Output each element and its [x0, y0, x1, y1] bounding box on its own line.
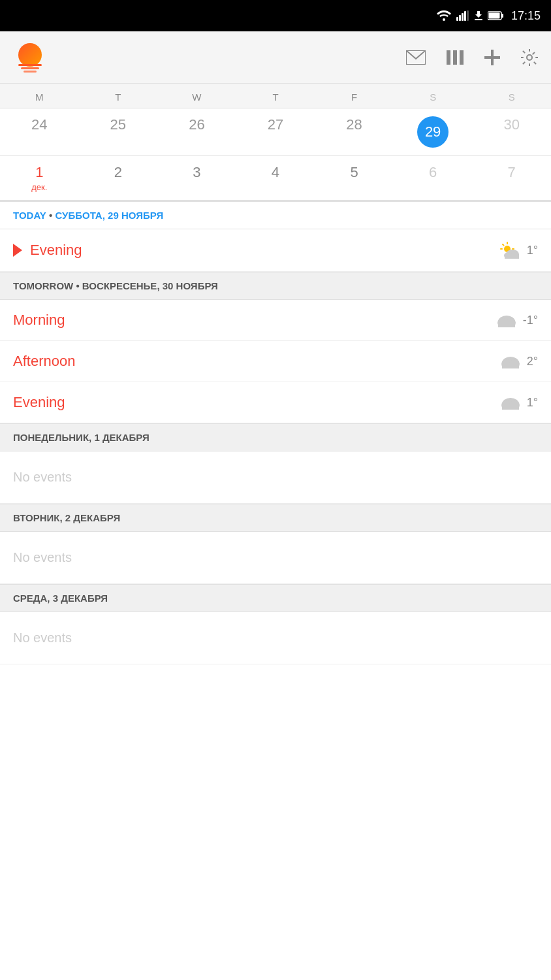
weekday-mon: M [0, 89, 79, 105]
tomorrow-evening-temp: 1° [527, 396, 538, 410]
svg-rect-5 [467, 10, 469, 21]
tomorrow-afternoon-weather: 2° [499, 353, 538, 369]
tomorrow-afternoon-temp: 2° [527, 355, 538, 368]
week-days-header: M T W T F S S [0, 84, 551, 108]
date-dec-6[interactable]: 6 [394, 164, 473, 192]
tuesday-label: ВТОРНИК, 2 ДЕКАБРЯ [13, 512, 120, 523]
svg-rect-43 [502, 404, 519, 410]
svg-point-20 [527, 55, 532, 60]
weekday-wed: W [157, 89, 236, 105]
svg-rect-16 [453, 50, 457, 65]
cloud-icon-evening [499, 395, 522, 410]
monday-header: ПОНЕДЕЛЬНИК, 1 ДЕКАБРЯ [0, 423, 551, 451]
weekday-tue: T [79, 89, 158, 105]
status-icons: 17:15 [437, 9, 541, 23]
svg-rect-6 [475, 19, 482, 20]
tomorrow-afternoon-event[interactable]: Afternoon 2° [0, 341, 551, 382]
date-30[interactable]: 30 [472, 116, 551, 148]
date-25[interactable]: 25 [79, 116, 158, 148]
status-bar: 17:15 [0, 0, 551, 31]
tomorrow-morning-temp: -1° [523, 314, 538, 327]
tomorrow-evening-name: Evening [13, 394, 499, 411]
date-dec-7[interactable]: 7 [472, 164, 551, 192]
partly-cloudy-icon [498, 241, 522, 259]
today-evening-event[interactable]: Evening 1° [0, 229, 551, 272]
svg-line-26 [503, 244, 504, 246]
mail-icon[interactable] [406, 50, 426, 65]
toolbar [0, 31, 551, 84]
download-icon [475, 11, 482, 20]
today-date: СУББОТА, 29 НОЯБРЯ [55, 210, 163, 221]
today-evening-weather: 1° [498, 241, 538, 259]
app-logo[interactable] [13, 41, 47, 74]
date-29-today[interactable]: 29 [394, 116, 473, 148]
date-dec-3[interactable]: 3 [157, 164, 236, 192]
svg-rect-31 [505, 254, 519, 259]
date-dec-1[interactable]: 1 дек. [0, 164, 79, 192]
wifi-icon [437, 10, 451, 21]
tomorrow-evening-event[interactable]: Evening 1° [0, 382, 551, 423]
date-dec-5[interactable]: 5 [315, 164, 394, 192]
date-dec-2[interactable]: 2 [79, 164, 158, 192]
toolbar-icons [406, 49, 538, 66]
svg-point-10 [18, 43, 42, 67]
svg-rect-15 [447, 50, 450, 65]
svg-rect-9 [488, 13, 499, 19]
settings-icon[interactable] [521, 49, 538, 66]
monday-label: ПОНЕДЕЛЬНИК, 1 ДЕКАБРЯ [13, 432, 150, 443]
svg-rect-35 [498, 321, 515, 327]
tuesday-header: ВТОРНИК, 2 ДЕКАБРЯ [0, 504, 551, 532]
week1-dates: 24 25 26 27 28 29 30 [0, 108, 551, 156]
svg-rect-1 [456, 17, 458, 21]
calendar-view-icon[interactable] [447, 50, 464, 65]
date-dec-4[interactable]: 4 [236, 164, 315, 192]
tomorrow-label: TOMORROW • ВОСКРЕСЕНЬЕ, 30 НОЯБРЯ [13, 280, 218, 291]
svg-rect-19 [484, 56, 500, 59]
week2-dates: 1 дек. 2 3 4 5 6 7 [0, 156, 551, 201]
today-evening-name: Evening [30, 242, 498, 259]
date-28[interactable]: 28 [315, 116, 394, 148]
weekday-fri: F [315, 89, 394, 105]
signal-icon [456, 10, 469, 21]
svg-rect-2 [459, 15, 461, 21]
tuesday-no-events: No events [0, 532, 551, 584]
svg-rect-39 [502, 363, 519, 368]
wednesday-header: СРЕДА, 3 ДЕКАБРЯ [0, 584, 551, 612]
weekday-sat: S [394, 89, 473, 105]
weekday-thu: T [236, 89, 315, 105]
battery-icon [488, 11, 503, 20]
tomorrow-morning-event[interactable]: Morning -1° [0, 300, 551, 341]
svg-rect-13 [24, 71, 37, 73]
status-time: 17:15 [511, 9, 541, 23]
svg-point-0 [443, 18, 445, 21]
add-icon[interactable] [484, 50, 500, 65]
svg-rect-4 [464, 11, 466, 21]
monday-no-events: No events [0, 451, 551, 504]
date-27[interactable]: 27 [236, 116, 315, 148]
weekday-sun: S [472, 89, 551, 105]
wednesday-label: СРЕДА, 3 ДЕКАБРЯ [13, 593, 108, 604]
svg-rect-12 [21, 67, 39, 69]
cloud-icon-morning [496, 312, 518, 328]
svg-rect-8 [501, 14, 503, 18]
tomorrow-morning-weather: -1° [496, 312, 538, 328]
current-indicator [13, 244, 22, 257]
svg-rect-17 [460, 50, 464, 65]
svg-rect-3 [462, 13, 464, 21]
tomorrow-header: TOMORROW • ВОСКРЕСЕНЬЕ, 30 НОЯБРЯ [0, 272, 551, 300]
tomorrow-afternoon-name: Afternoon [13, 353, 499, 370]
tomorrow-evening-weather: 1° [499, 395, 538, 410]
today-header: TODAY • СУББОТА, 29 НОЯБРЯ [0, 201, 551, 229]
date-24[interactable]: 24 [0, 116, 79, 148]
wednesday-no-events: No events [0, 612, 551, 664]
tomorrow-morning-name: Morning [13, 312, 496, 329]
today-evening-temp: 1° [527, 244, 538, 257]
today-label: TODAY [13, 210, 46, 221]
cloud-icon-afternoon [499, 353, 522, 369]
svg-rect-11 [18, 64, 42, 66]
date-26[interactable]: 26 [157, 116, 236, 148]
event-list: TODAY • СУББОТА, 29 НОЯБРЯ Evening [0, 201, 551, 664]
